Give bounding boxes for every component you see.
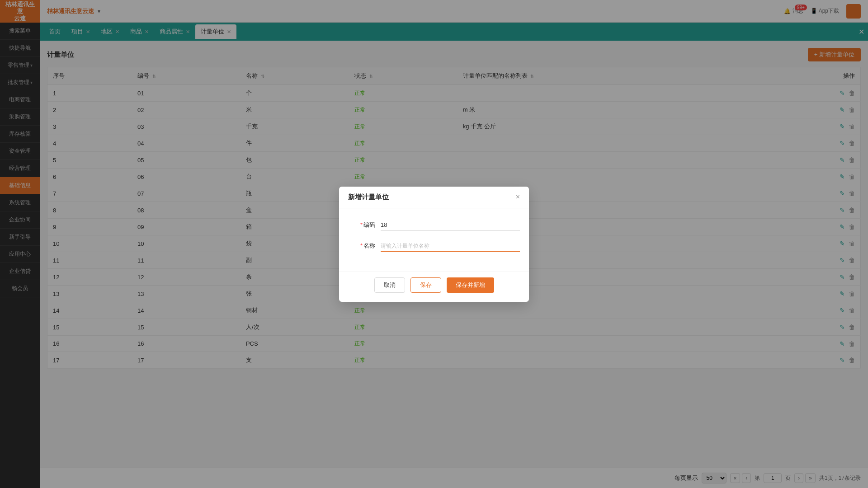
cancel-button[interactable]: 取消 bbox=[374, 277, 405, 293]
add-unit-modal: 新增计量单位 × *编码 *名称 取消 保存 保存并新增 bbox=[339, 187, 529, 302]
modal-footer: 取消 保存 保存并新增 bbox=[339, 272, 529, 302]
modal-overlay[interactable]: 新增计量单位 × *编码 *名称 取消 保存 保存并新增 bbox=[0, 0, 868, 488]
modal-close-button[interactable]: × bbox=[516, 193, 520, 201]
code-label: *编码 bbox=[348, 221, 375, 229]
modal-title: 新增计量单位 bbox=[348, 193, 389, 202]
save-button[interactable]: 保存 bbox=[410, 277, 441, 293]
save-and-new-button[interactable]: 保存并新增 bbox=[447, 277, 494, 293]
modal-body: *编码 *名称 bbox=[339, 208, 529, 272]
name-label: *名称 bbox=[348, 242, 375, 250]
form-row-code: *编码 bbox=[348, 219, 520, 231]
modal-header: 新增计量单位 × bbox=[339, 187, 529, 208]
name-input[interactable] bbox=[381, 240, 520, 252]
code-input[interactable] bbox=[381, 219, 520, 231]
form-row-name: *名称 bbox=[348, 240, 520, 252]
